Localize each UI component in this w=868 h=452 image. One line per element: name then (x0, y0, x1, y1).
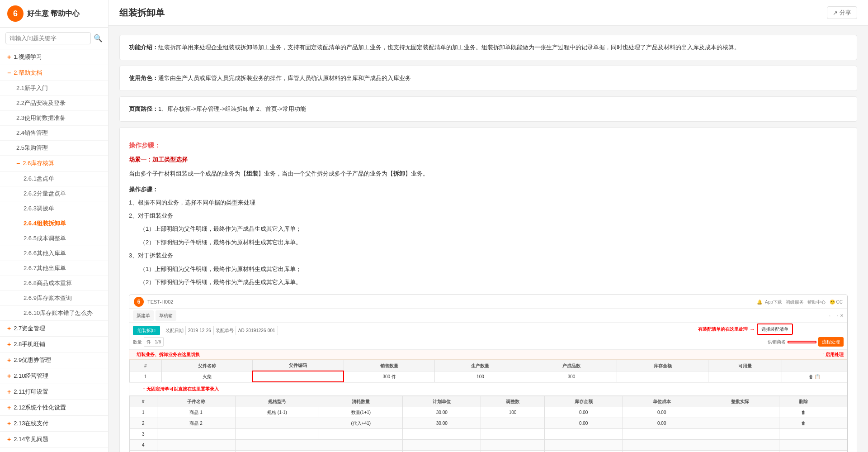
step-3: 3、对于拆装业务 (129, 250, 848, 261)
col-parent-code: 父件编码 (253, 360, 344, 371)
col-batch-actual: 整批实际 (701, 396, 779, 407)
mock-upper-table: # 父件名称 父件编码 销售数量 生产数量 产成品数 库存金额 可用量 (129, 360, 847, 382)
mock-date-label: 装配日期 (165, 327, 184, 334)
mock-qty-value[interactable]: 件 1/6 (144, 337, 164, 347)
mock-date-value[interactable]: 2019-12-26 (185, 326, 214, 335)
path-block: 页面路径：1、库存核算->库存管理->组装拆卸单 2、首页->常用功能 (119, 96, 857, 122)
sidebar-item-finance-label: 2.7资金管理 (14, 324, 45, 333)
cell-inv-amount (617, 371, 708, 382)
plus-icon: + (7, 53, 11, 61)
sidebar-item-sales[interactable]: 2.4销售管理 (0, 126, 108, 141)
sidebar-item-otherinbound[interactable]: 2.6.6其他入库单 (0, 246, 108, 261)
sidebar-item-video[interactable]: + 1.视频学习 (0, 49, 108, 65)
col-icon (828, 396, 847, 407)
col-inv-stock: 库存金额 (544, 396, 623, 407)
share-icon: ↗ (833, 10, 838, 16)
sidebar-item-print[interactable]: + 2.11打印设置 (0, 384, 108, 400)
mock-topbar: 6 TEST-H002 🔔 App下载 初级服务 帮助中心 🙂 CC (129, 295, 847, 309)
mock-topbar-icons: 🔔 App下载 初级服务 帮助中心 🙂 CC (757, 298, 843, 306)
step-3-1: （1）上部明细为父件明细，最终作为原材料生成其它出库单； (129, 264, 848, 274)
sidebar-item-sysconfig[interactable]: + 2.12系统个性化设置 (0, 400, 108, 416)
lcell-spec-2 (235, 418, 319, 428)
main-header: 组装拆卸单 ↗ 分享 (108, 0, 868, 26)
coupon-plus-icon: + (7, 357, 11, 364)
sidebar-item-dataprep[interactable]: 2.3使用前数据准备 (0, 111, 108, 126)
lcell-plan-1: 30.00 (403, 407, 481, 418)
sidebar-item-faq[interactable]: + 2.14常见问题 (0, 432, 108, 447)
sidebar-item-coupon[interactable]: + 2.9优惠券管理 (0, 352, 108, 368)
mock-form-area: 组装拆卸 装配日期 2019-12-26 装配单号 AD-20191226-00… (129, 323, 847, 350)
lcell-batch-1 (701, 407, 779, 418)
step-2-2: （2）下部明细为子件明细，最终作为原材料生成其它出库单。 (129, 237, 848, 247)
sidebar-item-stockledger[interactable]: 2.6.9库存账本查询 (0, 291, 108, 306)
sidebar-item-costrecalc[interactable]: 2.6.8商品成本重算 (0, 276, 108, 291)
mock-supplier-input[interactable] (788, 341, 816, 343)
sidebar-item-payment[interactable]: + 2.13在线支付 (0, 416, 108, 432)
mock-lower-section: # 子件名称 规格型号 消耗数量 计划单位 调整数 库存金额 单位成本 整批实际… (129, 395, 847, 452)
path-text: 1、库存核算->库存管理->组装拆卸单 2、首页->常用功能 (158, 105, 306, 112)
sidebar-item-docs[interactable]: − 2.帮助文档 (0, 65, 108, 81)
mock-qty-label: 数量 (133, 338, 142, 346)
sidebar-item-otheroutbound[interactable]: 2.6.7其他出库单 (0, 261, 108, 276)
annot4-text: ↑ 无固定清单可以直接在这里置零录入 (143, 386, 219, 391)
sidebar-item-transfer[interactable]: 2.6.3调拨单 (0, 201, 108, 216)
lcell-unit-2: 0.00 (623, 418, 701, 428)
mock-btn-new[interactable]: 新建单 (133, 310, 154, 321)
logo-icon: 6 (7, 5, 24, 22)
mock-lower-table: # 子件名称 规格型号 消耗数量 计划单位 调整数 库存金额 单位成本 整批实际… (129, 396, 847, 452)
sidebar-item-stocktake[interactable]: 2.6.1盘点单 (0, 171, 108, 186)
search-box: 🔍 (0, 28, 108, 49)
mock-annot1: 有装配清单的在这里处理 → 选择装配清单 (698, 324, 793, 335)
lcell-del-1[interactable]: 🗑 (779, 407, 828, 418)
col-plan-unit: 计划单位 (403, 396, 481, 407)
search-input[interactable] (5, 32, 91, 44)
finance-plus-icon: + (7, 325, 11, 332)
lcell-batch-2 (701, 418, 779, 428)
sidebar-item-inventory[interactable]: − 2.6库存核算 (0, 156, 108, 171)
mock-tab-assemble[interactable]: 组装拆卸 (133, 326, 160, 335)
mock-btn-draft[interactable]: 草稿箱 (156, 310, 176, 321)
upper-row-1: 1 火柴 300 件 100 300 🗑 📋 (130, 371, 847, 382)
lcell-consume-2: (代入+41) (319, 418, 403, 428)
cell-available (708, 371, 782, 382)
col-child-name: 子件名称 (157, 396, 235, 407)
mock-logo-icon: 6 (134, 297, 144, 307)
sidebar-item-purchase[interactable]: 2.5采购管理 (0, 141, 108, 156)
sidebar-item-newcomer[interactable]: 2.1新手入门 (0, 81, 108, 96)
mock-upper-section: # 父件名称 父件编码 销售数量 生产数量 产成品数 库存金额 可用量 (129, 360, 847, 382)
sidebar-item-mobile[interactable]: + 2.8手机旺铺 (0, 337, 108, 352)
sidebar-item-install[interactable]: 2.2产品安装及登录 (0, 96, 108, 111)
sidebar-item-cases[interactable]: + 2.15操作案例 (0, 447, 108, 452)
cell-sales-qty: 300 件 (344, 371, 435, 382)
sidebar-item-video-label: 1.视频学习 (14, 53, 42, 61)
lcell-name-1: 商品 1 (157, 407, 235, 418)
mock-select-list-btn[interactable]: 选择装配清单 (757, 324, 793, 335)
inventory-minus-icon: − (16, 160, 20, 167)
search-icon[interactable]: 🔍 (94, 34, 103, 43)
col-spec: 规格型号 (235, 396, 319, 407)
sidebar-item-bizmgmt[interactable]: + 2.10经营管理 (0, 368, 108, 384)
lcell-del-2[interactable]: 🗑 (779, 418, 828, 428)
role-block: 使用角色：通常由生产人员或库管人员完成拆装业务的操作，库管人员确认原材料的出库和… (119, 66, 857, 91)
main-area: 组装拆卸单 ↗ 分享 功能介绍：组装拆卸单用来处理企业组装或拆卸等加工业务，支持… (108, 0, 868, 452)
col-ops (782, 360, 847, 371)
mock-second-nav: 新建单 草稿箱 ← → ✕ (129, 309, 847, 323)
sidebar-item-partstocktake[interactable]: 2.6.2分量盘点单 (0, 186, 108, 201)
lower-row-5: 5 (130, 450, 847, 452)
share-button[interactable]: ↗ 分享 (827, 6, 857, 19)
lcell-spec-1: 规格 (1-1) (235, 407, 319, 418)
lcell-adjust-1: 100 (481, 407, 544, 418)
col-delete: 删除 (779, 396, 828, 407)
mock-order-value[interactable]: AD-20191226-001 (236, 326, 278, 335)
cell-prod-qty: 100 (435, 371, 526, 382)
sidebar-item-stockledgererr[interactable]: 2.6.10库存账本错了怎么办 (0, 306, 108, 321)
sidebar-item-costadjust[interactable]: 2.6.5成本调整单 (0, 231, 108, 246)
mock-process-btn[interactable]: 流程处理 (818, 337, 844, 347)
sidebar-item-payment-label: 2.13在线支付 (14, 419, 48, 428)
sidebar-item-finance[interactable]: + 2.7资金管理 (0, 321, 108, 337)
step-3-2: （2）下部明细为子件明细，最终作为产成品生成其它入库单。 (129, 277, 848, 287)
sidebar-item-assemble[interactable]: 2.6.4组装拆卸单 (0, 216, 108, 231)
mock-right-lable: 供销商名 (768, 338, 786, 346)
annot3-text: ↑ 启用处理 (822, 351, 844, 358)
path-label: 页面路径： (129, 105, 158, 112)
